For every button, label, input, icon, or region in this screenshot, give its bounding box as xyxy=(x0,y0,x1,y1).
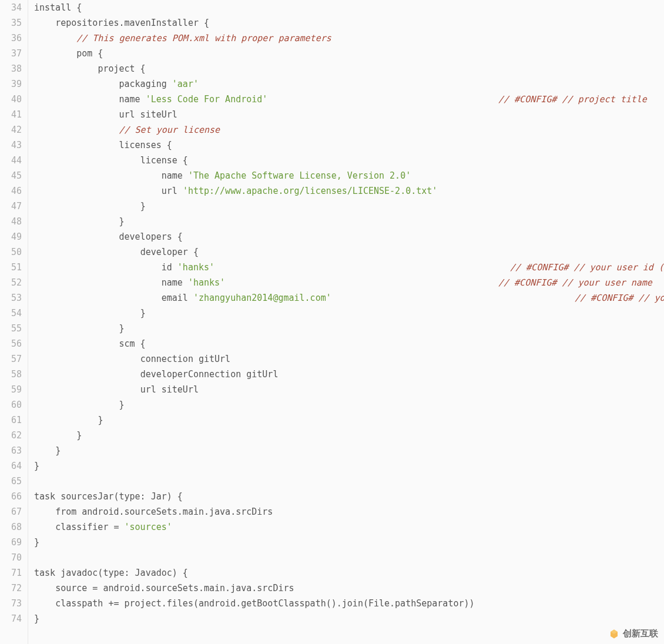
line-number: 51 xyxy=(0,260,22,275)
code-token: name xyxy=(119,94,146,105)
code-line[interactable]: name 'The Apache Software License, Versi… xyxy=(34,168,664,183)
line-number: 37 xyxy=(0,46,22,61)
line-number: 49 xyxy=(0,229,22,244)
line-number: 55 xyxy=(0,321,22,336)
line-number: 57 xyxy=(0,351,22,367)
code-line[interactable]: scm { xyxy=(34,336,664,351)
line-number: 66 xyxy=(0,489,22,504)
line-number: 59 xyxy=(0,382,22,397)
code-line[interactable]: url 'http://www.apache.org/licenses/LICE… xyxy=(34,183,664,199)
line-number: 70 xyxy=(0,550,22,565)
code-line[interactable]: } xyxy=(34,611,664,626)
code-line[interactable]: url siteUrl xyxy=(34,107,664,122)
code-line[interactable]: license { xyxy=(34,153,664,168)
code-line[interactable]: connection gitUrl xyxy=(34,351,664,367)
line-number: 62 xyxy=(0,428,22,443)
code-token: developerConnection gitUrl xyxy=(140,369,279,380)
code-comment-right: // #CONFIG# // your user id (you can xyxy=(510,260,664,275)
code-line[interactable]: } xyxy=(34,428,664,443)
line-number: 56 xyxy=(0,336,22,351)
code-line[interactable]: } xyxy=(34,306,664,321)
code-line[interactable]: licenses { xyxy=(34,137,664,153)
code-line[interactable]: classifier = 'sources' xyxy=(34,519,664,535)
line-number: 53 xyxy=(0,290,22,306)
code-line[interactable]: task sourcesJar(type: Jar) { xyxy=(34,489,664,504)
code-line[interactable]: } xyxy=(34,199,664,214)
code-line[interactable]: // Set your license xyxy=(34,122,664,137)
line-number: 64 xyxy=(0,458,22,474)
line-number: 48 xyxy=(0,214,22,229)
code-line[interactable]: task javadoc(type: Javadoc) { xyxy=(34,565,664,581)
code-line[interactable]: developerConnection gitUrl xyxy=(34,367,664,382)
code-line[interactable]: developer { xyxy=(34,244,664,260)
code-token: // This generates POM.xml with proper pa… xyxy=(76,33,331,43)
code-line[interactable]: } xyxy=(34,443,664,458)
watermark-icon xyxy=(609,629,619,639)
code-token: 'aar' xyxy=(172,79,199,89)
code-token: connection gitUrl xyxy=(140,354,231,364)
code-token: } xyxy=(119,400,125,410)
code-line[interactable]: } xyxy=(34,458,664,474)
code-token: developer { xyxy=(140,247,199,257)
line-number: 35 xyxy=(0,15,22,31)
code-comment-right: // #CONFIG# // your user name xyxy=(498,275,652,290)
code-line[interactable]: name 'Less Code For Android'// #CONFIG# … xyxy=(34,92,664,107)
line-number: 61 xyxy=(0,412,22,428)
code-line[interactable]: classpath += project.files(android.getBo… xyxy=(34,596,664,611)
code-token: email xyxy=(162,293,193,303)
code-line[interactable]: developers { xyxy=(34,229,664,244)
code-token: task javadoc(type: Javadoc) { xyxy=(34,568,188,578)
line-number: 46 xyxy=(0,183,22,199)
code-token: classifier = xyxy=(55,522,124,532)
line-number: 73 xyxy=(0,596,22,611)
line-number: 74 xyxy=(0,611,22,626)
line-number: 41 xyxy=(0,107,22,122)
line-number: 45 xyxy=(0,168,22,183)
code-line[interactable] xyxy=(34,474,664,489)
code-line[interactable]: email 'zhangyuhan2014@gmail.com'// #CONF… xyxy=(34,290,664,306)
code-line[interactable]: // This generates POM.xml with proper pa… xyxy=(34,31,664,46)
code-token: } xyxy=(55,445,61,456)
code-token: from android.sourceSets.main.java.srcDir… xyxy=(55,507,273,517)
code-line[interactable]: source = android.sourceSets.main.java.sr… xyxy=(34,581,664,596)
code-token: scm { xyxy=(119,338,146,349)
code-line[interactable]: name 'hanks'// #CONFIG# // your user nam… xyxy=(34,275,664,290)
code-line[interactable]: } xyxy=(34,412,664,428)
code-token: source = android.sourceSets.main.java.sr… xyxy=(55,583,294,593)
line-number: 36 xyxy=(0,31,22,46)
line-number: 68 xyxy=(0,519,22,535)
code-line[interactable]: } xyxy=(34,214,664,229)
code-line[interactable]: url siteUrl xyxy=(34,382,664,397)
code-line[interactable]: from android.sourceSets.main.java.srcDir… xyxy=(34,504,664,519)
code-token: 'http://www.apache.org/licenses/LICENSE-… xyxy=(183,186,437,196)
code-token: url xyxy=(162,186,183,196)
code-line[interactable]: } xyxy=(34,397,664,412)
code-line[interactable]: id 'hanks'// #CONFIG# // your user id (y… xyxy=(34,260,664,275)
line-number: 38 xyxy=(0,61,22,76)
code-line[interactable]: repositories.mavenInstaller { xyxy=(34,15,664,31)
watermark: 创新互联 xyxy=(609,628,658,639)
line-number: 63 xyxy=(0,443,22,458)
code-comment-right: // #CONFIG# // project title xyxy=(498,92,647,107)
code-line[interactable]: packaging 'aar' xyxy=(34,76,664,92)
code-token: } xyxy=(119,216,125,227)
line-number: 40 xyxy=(0,92,22,107)
code-token: } xyxy=(34,537,39,548)
line-number: 54 xyxy=(0,306,22,321)
line-number: 65 xyxy=(0,474,22,489)
code-line[interactable]: } xyxy=(34,321,664,336)
code-token: packaging xyxy=(119,79,172,89)
code-line[interactable]: } xyxy=(34,535,664,550)
code-token: id xyxy=(162,262,177,273)
code-line[interactable]: project { xyxy=(34,61,664,76)
code-token: } xyxy=(34,613,39,624)
code-token: pom { xyxy=(76,48,103,59)
code-line[interactable]: install { xyxy=(34,0,664,15)
code-line[interactable]: pom { xyxy=(34,46,664,61)
code-line[interactable] xyxy=(34,550,664,565)
code-comment-right: // #CONFIG# // your ema xyxy=(575,290,664,306)
code-pane[interactable]: install { repositories.mavenInstaller { … xyxy=(28,0,664,644)
code-token: task sourcesJar(type: Jar) { xyxy=(34,491,183,502)
code-token: 'The Apache Software License, Version 2.… xyxy=(188,170,411,181)
line-number: 71 xyxy=(0,565,22,581)
